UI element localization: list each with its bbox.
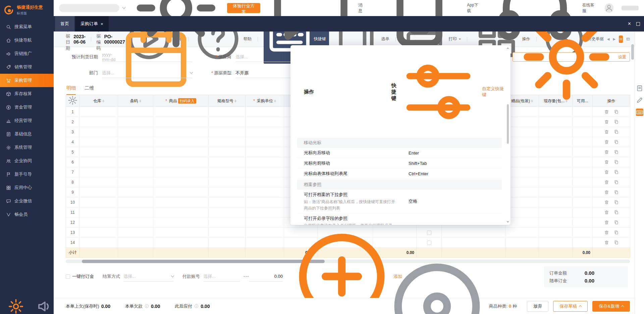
cell-warehouse[interactable] [79,167,118,177]
cell-product[interactable] [153,187,209,197]
cell-available[interactable] [573,127,593,137]
cell-barcode[interactable] [118,147,153,157]
copy-row-icon[interactable] [614,240,619,245]
delete-row-icon[interactable] [604,139,609,144]
cell-purchase-unit[interactable] [246,167,284,177]
cell-gift-checkbox[interactable] [417,228,442,238]
doc-date-value[interactable]: 2023-06-06 [73,34,86,45]
copy-row-icon[interactable] [614,210,619,215]
cell-hidden-2[interactable] [442,228,505,238]
cell-purchase-unit[interactable] [246,157,284,167]
cell-barcode[interactable] [118,217,153,228]
copy-row-icon[interactable] [614,170,619,175]
cell-warehouse[interactable] [79,117,118,127]
copy-row-icon[interactable] [614,200,619,205]
close-icon[interactable]: × [628,21,631,26]
cell-product[interactable] [153,157,209,167]
cell-warehouse[interactable] [79,147,118,157]
cell-product[interactable] [153,177,209,187]
scan-entry-button[interactable]: 扫码录入 [178,98,196,104]
delete-row-icon[interactable] [604,230,609,235]
cell-product[interactable] [153,127,209,137]
checkbox-icon[interactable] [66,274,70,279]
scroll-down-icon[interactable] [506,221,509,223]
scroll-up-icon[interactable] [506,47,509,49]
cell-spec-model[interactable] [209,147,246,157]
clipboard-icon[interactable] [636,84,643,92]
cell-purchase-unit[interactable] [246,197,284,207]
cell-purchase-unit[interactable] [246,217,284,228]
cell-warehouse[interactable] [79,228,118,238]
delete-row-icon[interactable] [604,119,609,124]
cell-barcode[interactable] [118,207,153,217]
tab-2d[interactable]: 二维 [85,85,94,95]
cell-spec-model[interactable] [209,187,246,197]
cell-available[interactable] [573,167,593,177]
copy-row-icon[interactable] [614,220,619,225]
cell-spec-model[interactable] [209,177,246,187]
cell-available[interactable] [573,207,593,217]
cell-purchase-unit[interactable] [246,107,284,117]
cell-product[interactable] [153,107,209,117]
cell-barcode[interactable] [118,187,153,197]
form-settings-button[interactable]: 设置 [513,52,630,62]
cell-stock-package[interactable] [539,217,573,228]
deposit-amount-input[interactable]: 0.00 [249,271,283,281]
sort-icon[interactable] [139,100,141,103]
cell-spec-model[interactable] [209,238,246,248]
cell-product[interactable] [153,117,209,127]
cell-barcode[interactable] [118,117,153,127]
sidebar-item-collaboration[interactable]: 企业协同 [0,154,54,168]
cell-stock-package[interactable] [539,157,573,167]
cell-spec-model[interactable] [209,207,246,217]
sidebar-item-search-menu[interactable]: 搜索菜单 [0,20,54,34]
cell-spec-model[interactable] [209,127,246,137]
cell-purchase-unit[interactable] [246,238,284,248]
cell-product[interactable] [153,238,209,248]
cell-purchase-unit[interactable] [246,177,284,187]
settlement-select[interactable]: 选择... [123,271,174,281]
sidebar-item-inventory[interactable]: 库存核算 [0,87,54,101]
cell-spec-model[interactable] [209,107,246,117]
copy-row-icon[interactable] [614,109,619,114]
copy-row-icon[interactable] [614,129,619,134]
cell-warehouse[interactable] [79,177,118,187]
sidebar-settings-icon[interactable] [7,298,24,314]
cell-barcode[interactable] [118,167,153,177]
cell-stock-package[interactable] [539,137,573,147]
cell-product[interactable] [153,207,209,217]
cell-spec-model[interactable] [209,217,246,228]
cell-product[interactable] [153,228,209,238]
cell-available[interactable] [573,217,593,228]
cell-warehouse[interactable] [79,238,118,248]
sidebar-item-purchase[interactable]: 采购管理 [0,74,54,87]
cell-barcode[interactable] [118,238,153,248]
sidebar-item-quick-nav[interactable]: 快捷导航 [0,34,54,47]
scroll-thumb[interactable] [507,104,509,144]
cell-stock-package[interactable] [539,107,573,117]
delete-row-icon[interactable] [604,210,609,215]
add-payment-button[interactable]: 添加 [291,226,402,298]
panel-scrollbar[interactable] [506,47,509,223]
delete-row-icon[interactable] [604,200,609,205]
hscroll-thumb[interactable] [82,260,325,263]
cell-available[interactable] [573,197,593,207]
cell-stock-package[interactable] [539,238,573,248]
cell-available[interactable] [573,177,593,187]
delete-row-icon[interactable] [604,240,609,245]
cell-barcode[interactable] [118,137,153,147]
discard-button[interactable]: 放弃 [527,301,548,312]
cell-warehouse[interactable] [79,217,118,228]
cell-stock-package[interactable] [539,187,573,197]
cell-warehouse[interactable] [79,127,118,137]
sidebar-item-member[interactable]: 畅会员 [0,208,54,221]
sidebar-item-funds[interactable]: 资金管理 [0,101,54,114]
sidebar-item-system[interactable]: 系统管理 [0,141,54,154]
cell-available[interactable] [573,107,593,117]
sidebar-item-app-center[interactable]: 应用中心 [0,181,54,194]
cell-gift-checkbox[interactable] [417,238,442,248]
copy-row-icon[interactable] [614,230,619,235]
cell-available[interactable] [573,187,593,197]
customize-hotkeys-link[interactable]: 自定义快捷键 [396,50,504,134]
sidebar-item-beginner-guide[interactable]: 新手引导 [0,168,54,181]
